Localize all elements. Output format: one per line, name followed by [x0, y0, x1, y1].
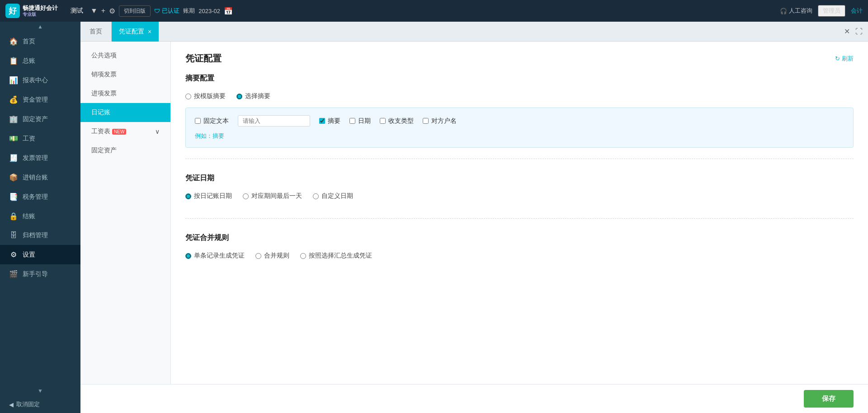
- radio-custom-date[interactable]: 自定义日期: [313, 192, 353, 200]
- close-accounts-icon: 🔒: [9, 212, 18, 221]
- payroll-icon: 💵: [9, 134, 18, 143]
- radio-diary-date[interactable]: 按日记账日期: [185, 192, 232, 200]
- radio-select-input[interactable]: [236, 94, 242, 99]
- sidebar-item-settings[interactable]: ⚙ 设置: [0, 245, 80, 264]
- invoice-icon: 🧾: [9, 154, 18, 162]
- sales-icon: 📦: [9, 173, 18, 182]
- radio-single-input[interactable]: [185, 253, 191, 259]
- period-label: 账期: [183, 7, 195, 15]
- tab-close-btn[interactable]: ×: [148, 28, 151, 35]
- expand-btn[interactable]: ⛶: [854, 26, 864, 38]
- certified-status: 🛡 已认证: [154, 7, 179, 15]
- radio-select-merge-input[interactable]: [300, 253, 306, 259]
- left-menu-item-purchase-invoice[interactable]: 进项发票: [80, 84, 170, 103]
- settings-icon: ⚙: [9, 250, 18, 259]
- radio-select[interactable]: 选择摘要: [236, 92, 270, 100]
- summary-section-title: 摘要配置: [185, 74, 854, 83]
- sidebar-item-label: 进销台账: [23, 174, 48, 182]
- right-content: 凭证配置 ↻ 刷新 摘要配置: [171, 42, 868, 413]
- summary-radio-group: 按模版摘要 选择摘要: [185, 92, 854, 100]
- radio-custom-date-input[interactable]: [313, 193, 319, 199]
- sidebar-item-report[interactable]: 📊 报表中心: [0, 70, 80, 90]
- sidebar-scroll-down[interactable]: ▼: [0, 386, 80, 396]
- checkbox-summary-input[interactable]: [319, 118, 325, 124]
- radio-merge-rule-input[interactable]: [255, 253, 261, 259]
- checkbox-fixed-text-input[interactable]: [195, 118, 201, 124]
- radio-select-merge[interactable]: 按照选择汇总生成凭证: [300, 252, 372, 260]
- summary-section: 摘要配置 按模版摘要 选择摘要: [185, 74, 854, 159]
- checkbox-date[interactable]: 日期: [349, 117, 371, 125]
- left-menu-item-payroll-table[interactable]: 工资表NEW ∨: [80, 122, 170, 141]
- left-menu-item-public[interactable]: 公共选项: [80, 46, 170, 65]
- left-menu-item-fixed-assets[interactable]: 固定资产: [80, 141, 170, 160]
- checkbox-date-input[interactable]: [349, 118, 355, 124]
- company-name: 测试: [67, 7, 87, 15]
- tab-voucher-config[interactable]: 凭证配置 ×: [112, 22, 159, 42]
- sidebar-item-guide[interactable]: 🎬 新手引导: [0, 264, 80, 284]
- logo-text: 畅捷通好会计 专业版: [23, 5, 58, 17]
- radio-template-input[interactable]: [185, 94, 191, 99]
- save-button[interactable]: 保存: [804, 390, 854, 408]
- left-menu: 公共选项 销项发票 进项发票 日记账 工资表N: [80, 42, 171, 413]
- sidebar-item-payroll[interactable]: 💵 工资: [0, 129, 80, 148]
- radio-single[interactable]: 单条记录生成凭证: [185, 252, 245, 260]
- sidebar-item-label: 固定资产: [23, 115, 48, 123]
- radio-template[interactable]: 按模版摘要: [185, 92, 226, 100]
- radio-custom-date-label: 自定义日期: [321, 192, 353, 200]
- tab-home[interactable]: 首页: [80, 22, 112, 42]
- fixed-text-input[interactable]: [238, 115, 310, 127]
- sidebar-item-capital[interactable]: 💰 资金管理: [0, 90, 80, 109]
- app-logo: 好 畅捷通好会计 专业版: [5, 4, 63, 18]
- company-dropdown-btn[interactable]: ▼: [90, 7, 98, 15]
- close-all-btn[interactable]: ✕: [842, 25, 852, 38]
- radio-single-label: 单条记录生成凭证: [194, 252, 245, 260]
- left-menu-item-diary[interactable]: 日记账: [80, 103, 170, 122]
- merge-radio-group: 单条记录生成凭证 合并规则 按照选择汇总生成凭证: [185, 252, 854, 260]
- sidebar-item-label: 结账: [23, 212, 35, 221]
- assets-icon: 🏢: [9, 115, 18, 123]
- radio-merge-rule[interactable]: 合并规则: [255, 252, 289, 260]
- checkbox-counterparty-label: 对方户名: [431, 117, 457, 125]
- refresh-btn[interactable]: ↻ 刷新: [835, 55, 854, 63]
- sidebar-item-close[interactable]: 🔒 结账: [0, 206, 80, 226]
- calendar-icon[interactable]: 📅: [224, 7, 233, 15]
- cancel-fixed-btn[interactable]: ◀ 取消固定: [0, 396, 80, 413]
- report-icon: 📊: [9, 76, 18, 84]
- sidebar-item-archive[interactable]: 🗄 归档管理: [0, 226, 80, 245]
- sidebar-item-label: 设置: [23, 251, 35, 259]
- sidebar-item-label: 工资: [23, 135, 35, 143]
- checkbox-payment-type[interactable]: 收支类型: [380, 117, 414, 125]
- sidebar-item-home[interactable]: 🏠 首页: [0, 32, 80, 51]
- content-area: 首页 凭证配置 × ✕ ⛶ 公共选项: [80, 22, 868, 413]
- sidebar-item-sales[interactable]: 📦 进销台账: [0, 168, 80, 187]
- checkbox-payment-type-input[interactable]: [380, 118, 386, 124]
- sidebar-scroll-up[interactable]: ▲: [0, 22, 80, 32]
- settings-btn[interactable]: ⚙: [109, 7, 115, 15]
- sidebar-item-tax[interactable]: 📑 税务管理: [0, 187, 80, 206]
- save-bar: 保存: [80, 384, 868, 413]
- guide-icon: 🎬: [9, 270, 18, 278]
- checkbox-date-label: 日期: [358, 117, 371, 125]
- checkbox-counterparty-input[interactable]: [423, 118, 429, 124]
- left-menu-item-sales-invoice[interactable]: 销项发票: [80, 65, 170, 84]
- sidebar-item-label: 新手引导: [23, 270, 48, 278]
- role-label[interactable]: 会计: [851, 7, 863, 15]
- switch-old-btn[interactable]: 切到旧版: [119, 5, 151, 17]
- sidebar-item-assets[interactable]: 🏢 固定资产: [0, 109, 80, 129]
- checkbox-summary[interactable]: 摘要: [319, 117, 340, 125]
- sidebar-item-label: 税务管理: [23, 193, 48, 201]
- add-btn[interactable]: +: [101, 7, 105, 15]
- radio-last-day[interactable]: 对应期间最后一天: [243, 192, 302, 200]
- radio-last-day-label: 对应期间最后一天: [251, 192, 302, 200]
- sidebar-item-ledger[interactable]: 📋 总账: [0, 51, 80, 70]
- consult-btn[interactable]: 🎧 人工咨询: [780, 7, 812, 15]
- checkbox-fixed-text[interactable]: 固定文本: [195, 117, 229, 125]
- period-value: 2023-02: [198, 8, 220, 14]
- user-btn[interactable]: 管理员: [818, 5, 845, 17]
- radio-last-day-input[interactable]: [243, 193, 249, 199]
- summary-config-box: 固定文本 摘要 日期: [185, 108, 854, 148]
- sidebar-item-invoice[interactable]: 🧾 发票管理: [0, 148, 80, 168]
- checkbox-counterparty[interactable]: 对方户名: [423, 117, 457, 125]
- radio-diary-date-input[interactable]: [185, 193, 191, 199]
- tab-bar-actions: ✕ ⛶: [842, 25, 868, 38]
